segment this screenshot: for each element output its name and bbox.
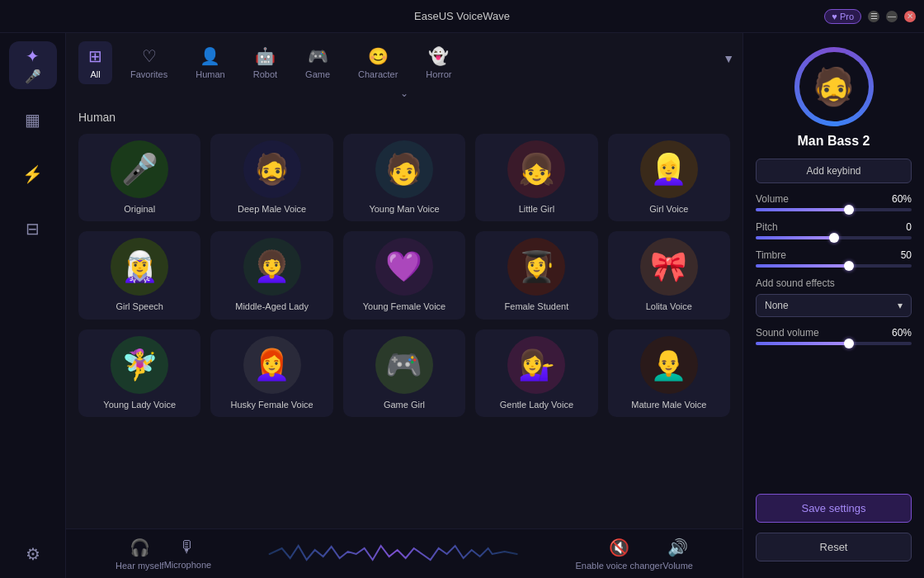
- avatar-middle-aged-lady: 👩‍🦱: [243, 238, 301, 296]
- human-icon: 👤: [200, 46, 220, 66]
- voice-grid-container[interactable]: Human 🎤 Original 🧔 Deep Male Voice 🧑 You…: [66, 102, 742, 528]
- sidebar-item-voice-changer[interactable]: ✦ 🎤: [9, 41, 57, 89]
- sound-volume-value: 60%: [892, 327, 912, 339]
- voice-name-young-lady: Young Lady Voice: [103, 399, 176, 410]
- pitch-header: Pitch 0: [756, 221, 912, 233]
- sound-volume-label: Sound volume: [756, 327, 819, 339]
- voice-name-young-man: Young Man Voice: [369, 203, 439, 215]
- chevron-down-icon: ⌄: [400, 88, 408, 99]
- tab-character-label: Character: [358, 69, 398, 79]
- voice-card-husky-female[interactable]: 👩‍🦰 Husky Female Voice: [210, 329, 332, 417]
- avatar-deep-male: 🧔: [243, 140, 301, 198]
- voice-card-young-lady[interactable]: 🧚‍♀️ Young Lady Voice: [78, 329, 200, 417]
- pro-heart: ♥: [832, 12, 837, 21]
- timbre-header: Timbre 50: [756, 249, 912, 261]
- title-bar: EaseUS VoiceWave ♥ Pro ☰ — ✕: [0, 0, 924, 33]
- volume-button[interactable]: 🔊 Volume: [662, 538, 693, 571]
- avatar-game-girl: 🎮: [375, 336, 433, 394]
- expand-arrow[interactable]: ⌄: [66, 84, 742, 102]
- sound-volume-control: Sound volume 60%: [756, 327, 912, 345]
- tab-game[interactable]: 🎮 Game: [295, 41, 340, 84]
- sound-volume-slider-fill: [756, 342, 849, 345]
- voice-card-mature-male[interactable]: 👨‍🦲 Mature Male Voice: [608, 329, 730, 417]
- window-controls: ♥ Pro ☰ — ✕: [824, 9, 916, 24]
- pitch-slider-track[interactable]: [756, 236, 912, 239]
- timbre-control: Timbre 50: [756, 249, 912, 268]
- pitch-slider-thumb[interactable]: [829, 233, 839, 243]
- voice-card-middle-aged-lady[interactable]: 👩‍🦱 Middle-Aged Lady: [210, 231, 332, 319]
- minimize-button[interactable]: —: [886, 11, 898, 22]
- volume-slider-track[interactable]: [756, 208, 912, 211]
- voice-name-mature-male: Mature Male Voice: [631, 399, 706, 410]
- voice-name-young-female: Young Female Voice: [363, 301, 446, 312]
- volume-slider-thumb[interactable]: [844, 205, 854, 215]
- favorites-icon: ♡: [142, 46, 157, 66]
- tab-robot[interactable]: 🤖 Robot: [243, 41, 287, 84]
- waveform-svg: [244, 542, 542, 566]
- tab-human[interactable]: 👤 Human: [186, 41, 234, 84]
- bottom-bar: 🎧 Hear myself 🎙 Microphone: [66, 528, 742, 578]
- timbre-slider-thumb[interactable]: [844, 261, 854, 271]
- sound-volume-slider-track[interactable]: [756, 342, 912, 345]
- sidebar-item-lightning[interactable]: ⚡: [9, 150, 57, 198]
- tab-character[interactable]: 😊 Character: [348, 41, 408, 84]
- reset-button[interactable]: Reset: [756, 533, 912, 561]
- menu-button[interactable]: ☰: [868, 11, 879, 22]
- main-layout: ✦ 🎤 ▦ ⚡ ⊟ ⚙ ⊞ All ♡ Favorites: [0, 33, 924, 578]
- avatar-young-female: 💜: [375, 238, 433, 296]
- pitch-control-label: Pitch: [756, 221, 778, 233]
- sound-effects-section: Add sound effects None ▾: [756, 277, 912, 317]
- enable-voice-changer-button[interactable]: 🔇 Enable voice changer: [576, 538, 663, 571]
- tab-all-label: All: [90, 69, 100, 79]
- avatar-original: 🎤: [111, 140, 168, 198]
- avatar-gentle-lady: 💁‍♀️: [507, 336, 565, 394]
- lightning-icon: ⚡: [22, 164, 43, 184]
- selected-avatar: 🧔: [799, 52, 869, 121]
- tab-all[interactable]: ⊞ All: [78, 41, 112, 84]
- volume-control: Volume 60%: [756, 193, 912, 211]
- add-keybind-button[interactable]: Add keybind: [756, 159, 912, 183]
- sound-effects-dropdown[interactable]: None ▾: [756, 294, 912, 317]
- voice-card-young-man[interactable]: 🧑 Young Man Voice: [343, 134, 465, 221]
- voice-card-little-girl[interactable]: 👧 Little Girl: [475, 134, 597, 221]
- microphone-button[interactable]: 🎙 Microphone: [164, 538, 211, 570]
- volume-control-value: 60%: [892, 193, 912, 205]
- voice-card-original[interactable]: 🎤 Original: [78, 134, 200, 221]
- voice-name-husky-female: Husky Female Voice: [230, 399, 313, 410]
- save-settings-button[interactable]: Save settings: [756, 494, 912, 523]
- timbre-slider-track[interactable]: [756, 264, 912, 268]
- avatar-young-lady: 🧚‍♀️: [111, 336, 168, 394]
- voice-card-game-girl[interactable]: 🎮 Game Girl: [343, 329, 465, 417]
- voice-card-female-student[interactable]: 👩‍🎓 Female Student: [475, 231, 597, 319]
- selected-voice-name: Man Bass 2: [797, 134, 870, 149]
- voice-card-girl-speech[interactable]: 🧝‍♀️ Girl Speech: [78, 231, 200, 319]
- dropdown-chevron-icon: ▾: [898, 300, 903, 311]
- voice-card-deep-male[interactable]: 🧔 Deep Male Voice: [210, 134, 332, 221]
- sidebar-item-soundboard[interactable]: ▦: [9, 96, 57, 144]
- app-title: EaseUS VoiceWave: [414, 10, 510, 22]
- avatar-husky-female: 👩‍🦰: [243, 336, 301, 394]
- hear-myself-button[interactable]: 🎧 Hear myself: [116, 538, 164, 571]
- game-icon: 🎮: [308, 46, 328, 66]
- volume-slider-fill: [756, 208, 849, 211]
- sidebar-item-mixer[interactable]: ⊟: [9, 205, 57, 253]
- avatar-little-girl: 👧: [507, 140, 565, 198]
- voice-card-young-female[interactable]: 💜 Young Female Voice: [343, 231, 465, 319]
- sidebar: ✦ 🎤 ▦ ⚡ ⊟ ⚙: [0, 33, 66, 578]
- voice-card-gentle-lady[interactable]: 💁‍♀️ Gentle Lady Voice: [475, 329, 597, 417]
- sound-effects-select-wrapper: None ▾: [756, 294, 912, 317]
- hear-myself-icon: 🎧: [130, 538, 150, 557]
- nav-scroll-button[interactable]: ▼: [723, 52, 734, 65]
- tab-horror[interactable]: 👻 Horror: [416, 41, 461, 84]
- tab-human-label: Human: [196, 69, 224, 79]
- timbre-control-label: Timbre: [756, 249, 786, 261]
- close-button[interactable]: ✕: [904, 11, 916, 22]
- tab-favorites[interactable]: ♡ Favorites: [120, 41, 177, 84]
- sidebar-item-settings[interactable]: ⚙: [9, 530, 57, 578]
- voice-grid: 🎤 Original 🧔 Deep Male Voice 🧑 Young Man…: [78, 134, 730, 417]
- robot-icon: 🤖: [255, 46, 276, 66]
- sound-volume-slider-thumb[interactable]: [844, 339, 854, 348]
- voice-card-girl-voice[interactable]: 👱‍♀️ Girl Voice: [608, 134, 730, 221]
- voice-card-lolita[interactable]: 🎀 Lolita Voice: [608, 231, 730, 319]
- timbre-slider-fill: [756, 264, 849, 268]
